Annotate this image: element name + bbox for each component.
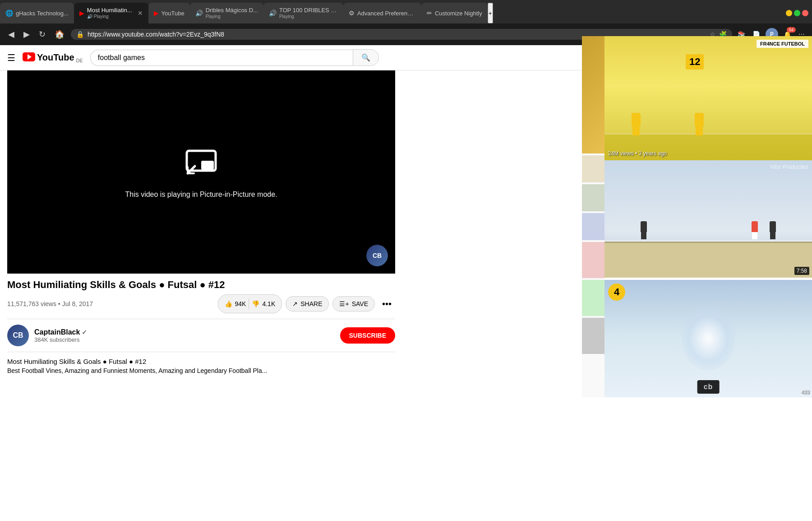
upload-date: • Jul 8, 2017 bbox=[58, 300, 93, 307]
video-info: Most Humiliating Skills & Goals ● Futsal… bbox=[7, 274, 395, 319]
close-button[interactable] bbox=[802, 10, 808, 16]
maximize-button[interactable] bbox=[794, 10, 800, 16]
ghacks-favicon: 🌐 bbox=[5, 9, 13, 17]
verified-checkmark-icon: ✓ bbox=[82, 329, 87, 336]
subscribe-button[interactable]: SUBSCRIBE bbox=[340, 327, 395, 344]
channel-logo-badge: cb bbox=[697, 380, 720, 394]
hamburger-menu-icon[interactable]: ☰ bbox=[7, 52, 15, 63]
channel-section: CB CaptainBlack ✓ 384K subscribers SUBSC… bbox=[7, 319, 395, 352]
sidebar-strip bbox=[582, 36, 604, 397]
tab-humiliating[interactable]: ▶ Most Humiliatin... 🔊 Playing ✕ bbox=[74, 3, 148, 23]
view-count: 11,571,763 views bbox=[7, 300, 56, 307]
back-button[interactable]: ◀ bbox=[5, 28, 17, 41]
tab-ghacks[interactable]: 🌐 gHacks Technolog... bbox=[0, 3, 74, 23]
tab-customize[interactable]: ✏ Customize Nightly bbox=[421, 3, 488, 23]
save-button[interactable]: ☰+ SAVE bbox=[332, 296, 375, 312]
tab-bar: 🌐 gHacks Technolog... ▶ Most Humiliatin.… bbox=[0, 0, 812, 23]
tab-dribles[interactable]: 🔊 Dribles Mágicos D... Playing bbox=[190, 3, 263, 23]
tab-playing-top100: Playing bbox=[279, 14, 338, 19]
video-actions: 👍 94K 👎 4.1K ↗ SHARE ☰+ SAVE bbox=[218, 294, 395, 313]
search-bar: 🔍 bbox=[90, 49, 379, 66]
tab-youtube[interactable]: ▶ YouTube bbox=[148, 3, 190, 23]
prefs-favicon: ⚙ bbox=[349, 9, 355, 17]
dribles-favicon: 🔊 bbox=[195, 9, 203, 17]
youtube-logo-text: YouTube bbox=[37, 52, 74, 63]
desc-title: Most Humiliating Skills & Goals ● Futsal… bbox=[7, 358, 395, 365]
video-content: This video is playing in Picture-in-Pict… bbox=[0, 70, 406, 521]
minimize-button[interactable] bbox=[786, 10, 792, 16]
thumbs-up-icon: 👍 bbox=[225, 300, 232, 307]
brand-watermark-2: Vítor Produções bbox=[770, 164, 808, 170]
tab-title-preferences: Advanced Preferences bbox=[357, 10, 416, 17]
channel-info: CaptainBlack ✓ 384K subscribers bbox=[34, 328, 335, 343]
search-input[interactable] bbox=[90, 50, 353, 66]
tab-title-top100: TOP 100 DRIBLES T... bbox=[279, 7, 338, 14]
video-views-badge-1: 24M views • 3 years ago bbox=[608, 150, 667, 157]
youtube-country-code: DE bbox=[76, 58, 83, 63]
tab-title-dribles: Dribles Mágicos D... bbox=[206, 7, 258, 14]
action-divider bbox=[249, 298, 249, 309]
pip-message: This video is playing in Picture-in-Pict… bbox=[125, 191, 277, 199]
save-icon: ☰+ bbox=[339, 300, 349, 307]
player-black-2 bbox=[641, 221, 647, 239]
video-watermark: CB bbox=[366, 245, 388, 266]
home-button[interactable]: 🏠 bbox=[52, 28, 67, 41]
channel-avatar: CB bbox=[7, 325, 29, 346]
like-button[interactable]: 👍 94K 👎 4.1K bbox=[218, 294, 282, 313]
video-player[interactable]: This video is playing in Picture-in-Pict… bbox=[7, 70, 395, 274]
share-icon: ↗ bbox=[292, 300, 298, 307]
video-stats: 11,571,763 views • Jul 8, 2017 bbox=[7, 300, 93, 307]
top100-favicon: 🔊 bbox=[269, 9, 277, 17]
player-figure-1 bbox=[632, 113, 641, 135]
save-label: SAVE bbox=[352, 300, 368, 307]
tab-title-youtube: YouTube bbox=[161, 10, 185, 17]
channel-name: CaptainBlack ✓ bbox=[34, 328, 335, 336]
tab-playing-humiliating: 🔊 Playing bbox=[87, 14, 132, 19]
more-actions-button[interactable]: ••• bbox=[378, 297, 395, 311]
pip-icon bbox=[125, 145, 277, 183]
time-badge: 7:58 bbox=[794, 267, 809, 275]
dislike-count: 4.1K bbox=[262, 300, 275, 307]
player-black-1 bbox=[770, 221, 776, 239]
svg-rect-3 bbox=[201, 161, 214, 170]
video-meta: 11,571,763 views • Jul 8, 2017 👍 94K 👎 4… bbox=[7, 294, 395, 313]
brand-watermark-1: FR4NCE FUTEBOL bbox=[757, 40, 808, 48]
like-count: 94K bbox=[235, 300, 246, 307]
desc-text: Best Football Vines, Amazing and Funnies… bbox=[7, 367, 395, 374]
tab-title-humiliating: Most Humiliatin... bbox=[87, 7, 132, 14]
humiliating-favicon: ▶ bbox=[79, 9, 84, 17]
tab-title-ghacks: gHacks Technolog... bbox=[16, 10, 69, 17]
player-red bbox=[752, 221, 758, 239]
youtube-logo-icon bbox=[23, 51, 35, 65]
pip-panel-2: Vítor Produções 7:58 bbox=[604, 160, 812, 278]
video-description: Most Humiliating Skills & Goals ● Futsal… bbox=[7, 352, 395, 380]
tab-top100[interactable]: 🔊 TOP 100 DRIBLES T... Playing bbox=[263, 3, 343, 23]
share-label: SHARE bbox=[300, 300, 322, 307]
tab-title-customize: Customize Nightly bbox=[435, 10, 482, 17]
refresh-button[interactable]: ↻ bbox=[36, 28, 48, 41]
tab-preferences[interactable]: ⚙ Advanced Preferences bbox=[343, 3, 421, 23]
new-tab-button[interactable]: + bbox=[488, 3, 493, 23]
views-433-badge: 433 bbox=[801, 389, 809, 395]
youtube-logo[interactable]: YouTube DE bbox=[23, 51, 83, 65]
episode-number-badge: 4 bbox=[608, 284, 625, 301]
youtube-favicon: ▶ bbox=[154, 9, 159, 17]
close-tab-humiliating[interactable]: ✕ bbox=[138, 9, 143, 17]
security-lock-icon: 🔒 bbox=[76, 31, 84, 38]
window-controls bbox=[782, 3, 812, 23]
search-button[interactable]: 🔍 bbox=[353, 49, 379, 66]
share-button[interactable]: ↗ SHARE bbox=[286, 296, 329, 312]
tab-playing-dribles: Playing bbox=[206, 14, 258, 19]
customize-favicon: ✏ bbox=[427, 9, 432, 17]
subscriber-count: 384K subscribers bbox=[34, 336, 335, 343]
pip-panel-3: 4 cb 433 bbox=[604, 280, 812, 397]
pip-panel-1: 12 FR4NCE FUTEBOL 24M views • 3 years ag… bbox=[604, 36, 812, 160]
forward-button[interactable]: ▶ bbox=[21, 28, 32, 41]
thumbs-down-icon: 👎 bbox=[252, 300, 259, 307]
player-figure-2 bbox=[695, 113, 704, 135]
video-title: Most Humiliating Skills & Goals ● Futsal… bbox=[7, 279, 395, 291]
